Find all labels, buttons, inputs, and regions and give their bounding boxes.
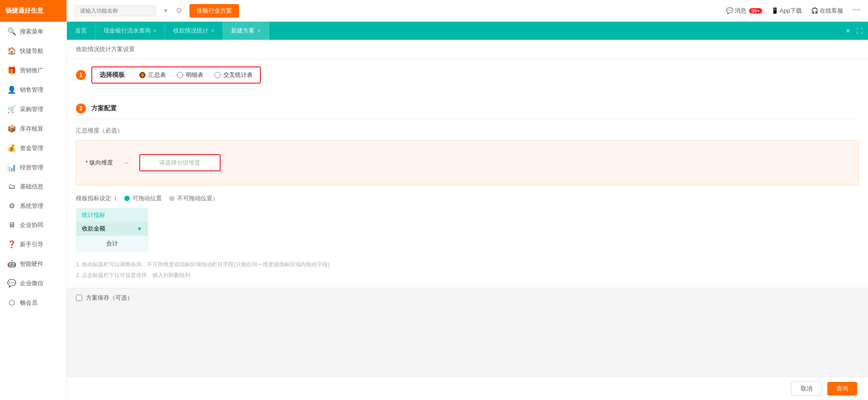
save-checkbox[interactable] bbox=[76, 295, 82, 301]
content-inner: 收款情况统计方案设置 1 选择模板 汇总表 明细表 bbox=[67, 40, 868, 307]
indicator-col-dropdown-icon[interactable]: ▼ bbox=[137, 226, 142, 232]
nav-tab-actions: ✕ ⛶ bbox=[840, 22, 868, 40]
message-label: 消息 bbox=[735, 7, 746, 14]
sidebar: 畅捷通好生意 🔍 搜索菜单 🏠 快捷导航 🎁 营销推广 👤 销售管理 🛒 采购管… bbox=[0, 0, 67, 400]
tip-1-text: 1. 拖动标题栏可以调整布局，不可跨维度或指标区域拖动栏目字段(只能在同一维度或… bbox=[76, 259, 330, 270]
step1-label: 选择模板 bbox=[99, 71, 125, 79]
radio-detail-input[interactable] bbox=[177, 72, 183, 78]
sidebar-item-label: 经营管理 bbox=[20, 164, 43, 172]
fixed-label: 不可拖动位置） bbox=[177, 194, 218, 202]
tip-2: 2. 点击标题栏下拉可设置排序、插入列和删除列 bbox=[76, 270, 859, 281]
sidebar-item-label: 企业微信 bbox=[20, 279, 43, 287]
tab-close-payment-stats[interactable]: × bbox=[211, 28, 214, 34]
movable-dot bbox=[124, 196, 130, 201]
sidebar-item-purchase[interactable]: 🛒 采购管理 bbox=[0, 99, 66, 119]
tip-2-text: 2. 点击标题栏下拉可设置排序、插入列和删除列 bbox=[76, 270, 190, 281]
dropdown-icon[interactable]: ▼ bbox=[163, 7, 169, 14]
purchase-icon: 🛒 bbox=[7, 105, 16, 113]
sidebar-item-operations[interactable]: 📊 经营管理 bbox=[0, 158, 66, 177]
quick-nav-icon: 🏠 bbox=[7, 47, 16, 55]
tab-payment-stats[interactable]: 收款情况统计 × bbox=[165, 22, 223, 40]
query-button[interactable]: 查询 bbox=[827, 382, 857, 395]
radio-detail-label: 明细表 bbox=[186, 71, 203, 79]
sidebar-item-label: 营销推广 bbox=[20, 66, 43, 75]
sidebar-item-hardware[interactable]: 🤖 智能硬件 bbox=[0, 254, 66, 273]
tab-new-plan[interactable]: 新建方案 × bbox=[223, 22, 269, 40]
radio-summary[interactable]: 汇总表 bbox=[139, 71, 166, 79]
dimension-title: 汇总维度（必选） bbox=[76, 127, 859, 135]
sales-icon: 👤 bbox=[7, 85, 16, 94]
breadcrumb: 收款情况统计方案设置 bbox=[76, 46, 135, 52]
topbar-right: 💬 消息 99+ 📱 App下载 🎧 在线客服 **** bbox=[726, 7, 861, 15]
sidebar-item-inventory[interactable]: 📦 库存核算 bbox=[0, 119, 66, 138]
tips-area: 1. 拖动标题栏可以调整布局，不可跨维度或指标区域拖动栏目字段(只能在同一维度或… bbox=[76, 259, 859, 281]
radio-detail[interactable]: 明细表 bbox=[177, 71, 203, 79]
step2-badge: 2 bbox=[76, 104, 86, 113]
sidebar-item-wechat[interactable]: 💬 企业微信 bbox=[0, 273, 66, 293]
trial-button[interactable]: 体验行业方案 bbox=[189, 4, 239, 18]
sidebar-item-label: 智能硬件 bbox=[20, 260, 43, 268]
online-support[interactable]: 🎧 在线客服 bbox=[811, 7, 844, 15]
save-section: 方案保存（可选） bbox=[67, 288, 868, 307]
tab-bank-flow[interactable]: 现金银行流水查询 × bbox=[95, 22, 165, 40]
logo-text: 畅捷通好生意 bbox=[5, 7, 43, 15]
sidebar-item-label: 企业协同 bbox=[20, 221, 43, 229]
enterprise-icon: 🖥 bbox=[7, 221, 16, 229]
gear-icon[interactable]: ⚙ bbox=[176, 6, 182, 15]
sidebar-item-label: 快捷导航 bbox=[20, 47, 43, 55]
sidebar-item-label: 系统管理 bbox=[20, 202, 43, 210]
step2-label: 方案配置 bbox=[91, 104, 117, 113]
hardware-icon: 🤖 bbox=[7, 259, 16, 268]
save-label: 方案保存（可选） bbox=[86, 294, 133, 302]
sidebar-item-label: 搜索菜单 bbox=[20, 28, 43, 36]
finance-icon: 💰 bbox=[7, 144, 16, 152]
dimension-select[interactable]: 请选择分组维度 bbox=[139, 154, 221, 171]
step2-section: 2 方案配置 汇总维度（必选） * 纵向维度 → 请选择分组维度 模板指标设定（ bbox=[67, 98, 868, 288]
template-options: 选择模板 汇总表 明细表 交叉统计表 bbox=[91, 66, 261, 84]
sidebar-item-search-menu[interactable]: 🔍 搜索菜单 bbox=[0, 22, 66, 41]
movable-label: 可拖动位置 bbox=[132, 194, 162, 202]
sidebar-item-newbie[interactable]: ❓ 新手引导 bbox=[0, 235, 66, 254]
sidebar-item-system[interactable]: ⚙ 系统管理 bbox=[0, 196, 66, 216]
cancel-button[interactable]: 取消 bbox=[791, 381, 822, 396]
radio-cross[interactable]: 交叉统计表 bbox=[214, 71, 253, 79]
page-header: 收款情况统计方案设置 bbox=[67, 40, 868, 59]
sidebar-item-basic-info[interactable]: 🗂 基础信息 bbox=[0, 177, 66, 196]
sidebar-item-label: 资金管理 bbox=[20, 144, 43, 152]
sidebar-item-sales[interactable]: 👤 销售管理 bbox=[0, 80, 66, 99]
basic-info-icon: 🗂 bbox=[7, 183, 16, 191]
movable-toggle: 可拖动位置 bbox=[124, 194, 162, 202]
wechat-icon: 💬 bbox=[7, 279, 16, 287]
radio-cross-input[interactable] bbox=[214, 72, 221, 78]
step1-header: 1 选择模板 汇总表 明细表 交叉统计表 bbox=[76, 66, 859, 84]
indicator-col-header[interactable]: 收款金额 ▼ bbox=[76, 222, 148, 235]
radio-cross-label: 交叉统计表 bbox=[223, 71, 253, 79]
sidebar-item-marketing[interactable]: 🎁 营销推广 bbox=[0, 61, 66, 80]
tab-close-bank-flow[interactable]: × bbox=[153, 28, 156, 34]
step1-section: 1 选择模板 汇总表 明细表 交叉统计表 bbox=[67, 59, 868, 98]
dimension-config: 汇总维度（必选） * 纵向维度 → 请选择分组维度 bbox=[76, 127, 859, 185]
main-area: ▼ ⚙ 体验行业方案 💬 消息 99+ 📱 App下载 🎧 在线客服 **** … bbox=[67, 0, 868, 400]
sidebar-item-label: 销售管理 bbox=[20, 86, 43, 94]
marketing-icon: 🎁 bbox=[7, 66, 16, 75]
sidebar-item-quick-nav[interactable]: 🏠 快捷导航 bbox=[0, 41, 66, 61]
sidebar-item-enterprise[interactable]: 🖥 企业协同 bbox=[0, 216, 66, 235]
tab-close-new-plan[interactable]: × bbox=[257, 28, 260, 34]
maximize-icon[interactable]: ⛶ bbox=[856, 27, 863, 34]
indicator-header: 模板指标设定（ 可拖动位置 不可拖动位置） bbox=[76, 194, 859, 202]
search-input[interactable] bbox=[74, 5, 156, 16]
step1-badge: 1 bbox=[76, 70, 86, 80]
topbar: ▼ ⚙ 体验行业方案 💬 消息 99+ 📱 App下载 🎧 在线客服 **** bbox=[67, 0, 868, 22]
sidebar-item-finance[interactable]: 💰 资金管理 bbox=[0, 138, 66, 158]
step2-header: 2 方案配置 bbox=[76, 98, 859, 119]
app-download[interactable]: 📱 App下载 bbox=[771, 7, 802, 15]
radio-summary-input[interactable] bbox=[139, 72, 146, 78]
indicator-section-label: 统计指标 bbox=[82, 211, 105, 219]
dim-arrow-icon: → bbox=[122, 158, 130, 168]
nav-tabs: 首页 现金银行流水查询 × 收款情况统计 × 新建方案 × ✕ ⛶ bbox=[67, 22, 868, 40]
tab-home[interactable]: 首页 bbox=[67, 22, 95, 40]
indicator-col-label: 收款金额 bbox=[82, 225, 105, 233]
sidebar-item-member[interactable]: ⬡ 畅会员 bbox=[0, 293, 66, 312]
message-area[interactable]: 💬 消息 99+ bbox=[726, 7, 762, 15]
close-window-icon[interactable]: ✕ bbox=[845, 27, 851, 34]
